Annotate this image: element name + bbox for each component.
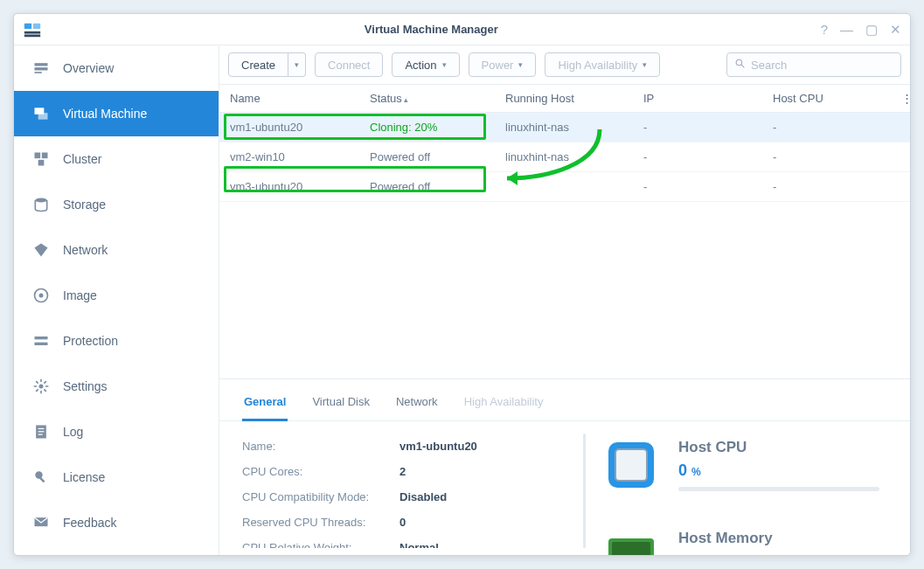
- minimize-icon[interactable]: —: [840, 23, 853, 36]
- svg-point-25: [736, 59, 742, 66]
- sidebar-item-protection[interactable]: Protection: [14, 318, 219, 364]
- svg-line-26: [741, 65, 744, 67]
- sidebar-item-virtual-machine[interactable]: Virtual Machine: [14, 91, 219, 136]
- help-icon[interactable]: ?: [821, 23, 828, 36]
- sidebar-item-storage[interactable]: Storage: [14, 182, 219, 227]
- cluster-icon: [31, 149, 51, 169]
- kv-key: Reserved CPU Threads:: [242, 516, 399, 529]
- create-button[interactable]: Create: [228, 52, 288, 77]
- app-window: Virtual Machine Manager ? — ▢ ✕ Overview…: [13, 13, 911, 556]
- col-more-icon[interactable]: ⋮: [891, 85, 910, 113]
- svg-rect-21: [38, 434, 43, 435]
- sidebar-item-label: Protection: [63, 334, 118, 348]
- vm-table-wrap: Name Status Running Host IP Host CPU ⋮ v…: [219, 84, 910, 202]
- svg-rect-6: [35, 72, 42, 73]
- sidebar-item-label: Settings: [63, 379, 108, 393]
- memory-icon: [603, 528, 659, 557]
- svg-point-17: [39, 385, 44, 389]
- svg-rect-15: [35, 337, 48, 339]
- sidebar-item-license[interactable]: License: [14, 455, 219, 500]
- kv-value: vm1-ubuntu20: [399, 440, 477, 453]
- svg-rect-20: [38, 431, 45, 432]
- metric-value: 0 %: [678, 461, 901, 480]
- col-ip[interactable]: IP: [633, 85, 762, 113]
- sidebar-item-label: License: [63, 470, 105, 484]
- tab-virtual-disk[interactable]: Virtual Disk: [310, 385, 372, 420]
- kv-key: CPU Compatibility Mode:: [242, 490, 399, 503]
- protection-icon: [31, 331, 51, 350]
- tab-general[interactable]: General: [242, 385, 288, 420]
- sidebar-item-label: Feedback: [63, 516, 116, 530]
- sidebar: Overview Virtual Machine Cluster Storage…: [14, 45, 219, 555]
- create-button-group: Create ▾: [228, 52, 306, 77]
- feedback-icon: [31, 513, 51, 532]
- svg-rect-16: [35, 343, 48, 345]
- sidebar-item-label: Overview: [63, 61, 114, 75]
- sidebar-item-log[interactable]: Log: [14, 409, 219, 455]
- detail-pane: General Virtual Disk Network High Availa…: [219, 378, 910, 556]
- power-button[interactable]: Power▾: [469, 52, 537, 77]
- sidebar-item-feedback[interactable]: Feedback: [14, 500, 219, 545]
- image-icon: [31, 286, 51, 305]
- vm-icon: [31, 104, 51, 123]
- svg-rect-1: [33, 23, 40, 28]
- tab-high-availability[interactable]: High Availability: [462, 385, 545, 420]
- kv-row: Name:vm1-ubuntu20: [242, 434, 553, 459]
- metric-label: Host Memory: [678, 530, 901, 547]
- app-icon: [23, 20, 42, 39]
- detail-tabs: General Virtual Disk Network High Availa…: [219, 385, 910, 421]
- sidebar-item-image[interactable]: Image: [14, 273, 219, 318]
- tab-network[interactable]: Network: [394, 385, 440, 420]
- ha-button[interactable]: High Availability▾: [545, 52, 660, 77]
- kv-row: CPU Compatibility Mode:Disabled: [242, 484, 553, 510]
- col-cpu[interactable]: Host CPU: [762, 85, 891, 113]
- svg-rect-9: [35, 153, 41, 159]
- col-status[interactable]: Status: [359, 85, 495, 113]
- kv-row: CPU Cores:2: [242, 459, 553, 484]
- search-input[interactable]: [751, 59, 898, 72]
- detail-divider[interactable]: [583, 434, 586, 549]
- table-row[interactable]: vm3-ubuntu20Powered off--: [219, 172, 910, 202]
- kv-value: 0: [399, 516, 406, 529]
- svg-rect-10: [42, 153, 48, 159]
- svg-rect-4: [35, 63, 48, 66]
- window-title: Virtual Machine Manager: [42, 23, 821, 36]
- svg-rect-2: [24, 31, 40, 33]
- kv-key: CPU Cores:: [242, 465, 399, 478]
- metric-bar: [678, 487, 879, 491]
- col-host[interactable]: Running Host: [495, 85, 633, 113]
- svg-rect-28: [615, 449, 647, 481]
- sidebar-item-label: Log: [63, 425, 83, 439]
- svg-point-14: [39, 294, 44, 298]
- sidebar-item-label: Cluster: [63, 152, 101, 166]
- action-button[interactable]: Action▾: [392, 52, 459, 77]
- maximize-icon[interactable]: ▢: [865, 23, 878, 36]
- create-dropdown-button[interactable]: ▾: [288, 52, 306, 77]
- col-name[interactable]: Name: [219, 85, 359, 113]
- detail-key-values: Name:vm1-ubuntu20CPU Cores:2CPU Compatib…: [242, 434, 566, 549]
- main: Create ▾ Connect Action▾ Power▾ High Ava…: [219, 45, 910, 555]
- cpu-icon: [603, 437, 659, 493]
- metric-label: Host CPU: [678, 439, 901, 456]
- svg-point-12: [35, 198, 46, 203]
- log-icon: [31, 422, 51, 441]
- metric-host-memory: Host Memory 0 B / 32 GB: [603, 528, 901, 557]
- sidebar-item-settings[interactable]: Settings: [14, 364, 219, 409]
- table-row[interactable]: vm1-ubuntu20Cloning: 20%linuxhint-nas--: [219, 113, 910, 142]
- license-icon: [31, 468, 51, 487]
- close-icon[interactable]: ✕: [890, 23, 901, 36]
- svg-rect-19: [38, 428, 45, 429]
- sidebar-item-network[interactable]: Network: [14, 227, 219, 273]
- overview-icon: [31, 59, 51, 78]
- titlebar: Virtual Machine Manager ? — ▢ ✕: [14, 14, 910, 45]
- svg-rect-31: [612, 542, 650, 557]
- svg-rect-11: [38, 160, 45, 166]
- sidebar-item-cluster[interactable]: Cluster: [14, 136, 219, 182]
- svg-rect-23: [38, 476, 45, 482]
- connect-button[interactable]: Connect: [315, 52, 383, 77]
- svg-rect-5: [35, 67, 48, 70]
- sidebar-item-overview[interactable]: Overview: [14, 45, 219, 91]
- search-box[interactable]: [726, 52, 901, 77]
- kv-value: 2: [399, 465, 406, 478]
- table-row[interactable]: vm2-win10Powered offlinuxhint-nas--: [219, 142, 910, 172]
